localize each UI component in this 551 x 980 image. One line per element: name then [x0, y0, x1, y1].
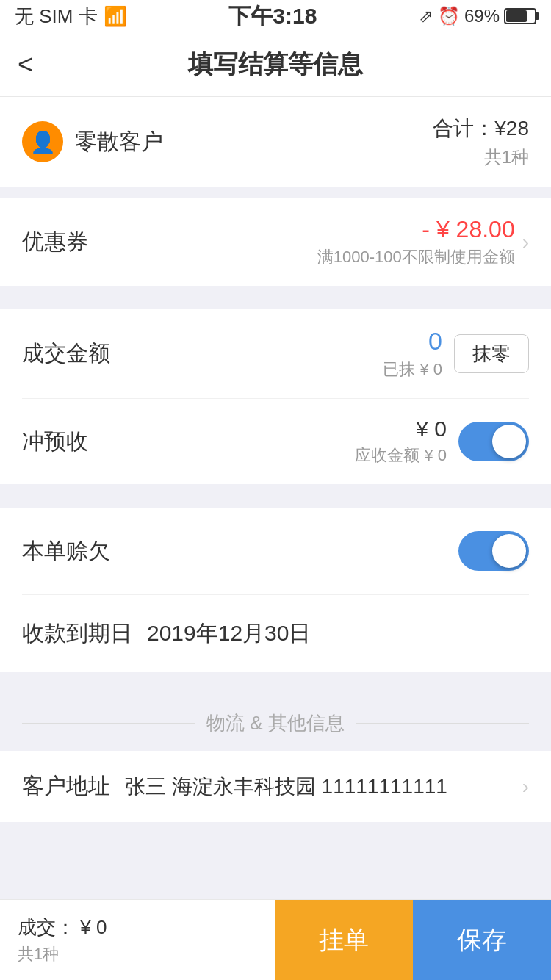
coupon-value-block: - ¥ 28.00 满1000-100不限制使用金额 [317, 216, 515, 268]
status-left: 无 SIM 卡 📶 [15, 4, 127, 29]
debt-section: 本单赊欠 收款到期日 2019年12月30日 [0, 508, 551, 672]
debt-row: 本单赊欠 [22, 508, 529, 595]
battery-percentage: 69% [464, 6, 500, 26]
debt-label: 本单赊欠 [22, 536, 110, 566]
separator-1 [0, 298, 551, 309]
debt-toggle[interactable] [458, 531, 529, 571]
address-section: 客户地址 张三 海淀永丰科技园 11111111111 › [0, 751, 551, 822]
coupon-chevron-icon: › [522, 231, 529, 254]
separator-2 [0, 484, 551, 496]
transaction-amount-right: 0 已抹 ¥ 0 抹零 [383, 327, 529, 381]
transaction-amount-row: 成交金额 0 已抹 ¥ 0 抹零 [22, 309, 529, 399]
no-sim-text: 无 SIM 卡 [15, 4, 98, 29]
prepay-sub: 应收金额 ¥ 0 [355, 444, 447, 466]
customer-name: 零散客户 [75, 127, 163, 157]
bottom-summary-top: 成交： ¥ 0 [18, 915, 257, 940]
alarm-icon: ⏰ [438, 6, 460, 26]
nav-bar: < 填写结算等信息 [0, 32, 551, 97]
coupon-row[interactable]: 优惠券 - ¥ 28.00 满1000-100不限制使用金额 › [0, 198, 551, 286]
status-bar: 无 SIM 卡 📶 下午3:18 ⇗ ⏰ 69% [0, 0, 551, 32]
prepay-amount: ¥ 0 [355, 417, 447, 442]
toggle-knob [492, 425, 526, 458]
bottom-summary-count: 共1种 [18, 943, 257, 965]
prepay-right: ¥ 0 应收金额 ¥ 0 [355, 417, 529, 466]
address-value: 张三 海淀永丰科技园 11111111111 [125, 773, 515, 801]
due-date-value: 2019年12月30日 [147, 619, 311, 649]
round-zero-button[interactable]: 抹零 [454, 334, 529, 373]
amount-section: 成交金额 0 已抹 ¥ 0 抹零 冲预收 ¥ 0 应收金额 ¥ 0 [0, 309, 551, 484]
customer-count: 共1种 [433, 145, 529, 169]
prepay-toggle[interactable] [458, 422, 529, 461]
coupon-right: - ¥ 28.00 满1000-100不限制使用金额 › [317, 216, 529, 268]
address-label: 客户地址 [22, 771, 110, 801]
coupon-description: 满1000-100不限制使用金额 [317, 246, 515, 268]
status-right: ⇗ ⏰ 69% [419, 6, 536, 26]
transaction-amount-label: 成交金额 [22, 339, 110, 369]
customer-left: 👤 零散客户 [22, 121, 163, 162]
logistics-header: 物流 & 其他信息 [0, 696, 551, 751]
prepay-value-block: ¥ 0 应收金额 ¥ 0 [355, 417, 447, 466]
customer-section: 👤 零散客户 合计：¥28 共1种 [0, 97, 551, 187]
logistics-section: 物流 & 其他信息 [0, 696, 551, 751]
location-icon: ⇗ [419, 6, 433, 26]
due-date-row: 收款到期日 2019年12月30日 [22, 595, 529, 672]
address-chevron-icon: › [522, 775, 529, 799]
transaction-amount-value-block: 0 已抹 ¥ 0 [383, 327, 442, 381]
battery-icon [504, 8, 536, 24]
transaction-amount-sub: 已抹 ¥ 0 [383, 359, 442, 381]
bottom-summary: 成交： ¥ 0 共1种 [0, 915, 275, 965]
separator-3 [0, 672, 551, 684]
customer-total: 合计：¥28 [433, 115, 529, 143]
logistics-title: 物流 & 其他信息 [22, 710, 529, 736]
address-row[interactable]: 客户地址 张三 海淀永丰科技园 11111111111 › [0, 751, 551, 822]
logistics-title-text: 物流 & 其他信息 [206, 710, 345, 736]
customer-right: 合计：¥28 共1种 [433, 115, 529, 169]
page-title: 填写结算等信息 [188, 48, 363, 82]
bottom-summary-amount: ¥ 0 [80, 916, 107, 938]
prepay-row: 冲预收 ¥ 0 应收金额 ¥ 0 [22, 399, 529, 484]
debt-toggle-knob [492, 534, 526, 568]
customer-avatar: 👤 [22, 121, 63, 162]
bottom-bar: 成交： ¥ 0 共1种 挂单 保存 [0, 899, 551, 980]
coupon-amount: - ¥ 28.00 [317, 216, 515, 243]
back-button[interactable]: < [18, 49, 33, 80]
avatar-icon: 👤 [30, 130, 56, 154]
content: 👤 零散客户 合计：¥28 共1种 优惠券 - ¥ 28.00 满1000-10… [0, 97, 551, 910]
pending-button[interactable]: 挂单 [275, 900, 413, 981]
transaction-amount-value: 0 [383, 327, 442, 356]
bottom-summary-label: 成交： [18, 916, 75, 938]
wifi-icon: 📶 [104, 5, 127, 28]
save-button[interactable]: 保存 [413, 900, 551, 981]
coupon-label: 优惠券 [22, 227, 88, 257]
status-time: 下午3:18 [228, 1, 317, 32]
due-date-label: 收款到期日 [22, 619, 132, 649]
prepay-label: 冲预收 [22, 427, 88, 457]
